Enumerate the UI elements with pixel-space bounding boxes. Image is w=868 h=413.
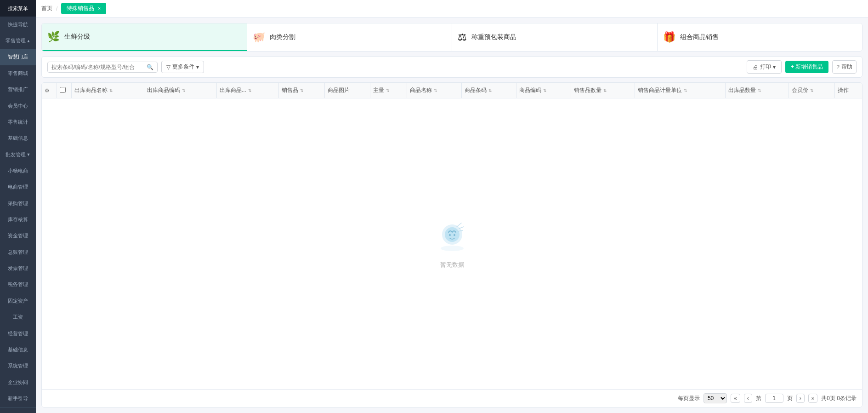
add-product-button[interactable]: + 新增销售品 [785, 61, 828, 73]
col-out-code-label: 出库商品编码 [147, 86, 180, 94]
col-out-spec: 出库商品... ⇅ [216, 83, 278, 98]
col-product-code: 商品编码 ⇅ [516, 83, 571, 98]
tab-card-fresh-grade[interactable]: 🌿 生鲜分级 [42, 23, 247, 51]
sidebar-item-stock-check[interactable]: 库存核算 [0, 212, 36, 228]
col-out-name: 出库商品名称 ⇅ [71, 83, 144, 98]
sidebar: 搜索菜单 快捷导航 零售管理 ▲ 智慧门店 零售商城 营销推广 会员中心 零售统… [0, 0, 36, 413]
sidebar-logo-text: 搜索菜单 [8, 5, 28, 12]
search-box[interactable]: 🔍 [47, 62, 158, 73]
last-page-btn[interactable]: » [808, 394, 818, 403]
svg-point-3 [449, 234, 451, 236]
meat-cut-label: 肉类分割 [270, 33, 295, 41]
sidebar-item-newbie-guide[interactable]: 新手引导 [0, 390, 36, 407]
sidebar-item-basic-info[interactable]: 基础信息 [0, 130, 36, 146]
tab-close-btn[interactable]: × [98, 6, 101, 11]
col-member-price-sort[interactable]: ⇅ [810, 88, 814, 93]
toolbar: 🔍 ▽ 更多条件 ▾ 🖨 打印 ▾ + 新增销售品 ? [41, 56, 862, 78]
sidebar-item-wholesale-mgmt[interactable]: 批发管理 ▼ [0, 147, 36, 163]
col-checkbox[interactable] [57, 83, 71, 98]
col-action-label: 操作 [838, 87, 849, 93]
sidebar-item-tax-mgmt[interactable]: 税务管理 [0, 276, 36, 293]
sidebar-item-invoice-mgmt[interactable]: 发票管理 [0, 260, 36, 276]
sidebar-item-finance-mgmt[interactable]: 资金管理 [0, 228, 36, 244]
sidebar-item-basic-info2[interactable]: 基础信息 [0, 342, 36, 358]
empty-text: 暂无数据 [440, 261, 464, 269]
sidebar-item-mini-ecom[interactable]: 小畅电商 [0, 163, 36, 179]
sidebar-item-salary[interactable]: 工资 [0, 309, 36, 325]
select-all-checkbox[interactable] [60, 87, 66, 93]
sidebar-item-retail-mgmt[interactable]: 零售管理 ▲ [0, 33, 36, 49]
tab-card-weigh-pack[interactable]: ⚖ 称重预包装商品 [452, 23, 658, 51]
col-out-name-label: 出库商品名称 [74, 86, 108, 94]
col-out-code: 出库商品编码 ⇅ [144, 83, 216, 98]
print-button[interactable]: 🖨 打印 ▾ [747, 60, 782, 74]
filter-button[interactable]: ▽ 更多条件 ▾ [161, 61, 204, 73]
sidebar-item-ops-mgmt[interactable]: 经营管理 [0, 326, 36, 342]
col-sale-item: 销售品 ⇅ [279, 83, 324, 98]
col-sale-qty-sort[interactable]: ⇅ [603, 88, 607, 93]
sidebar-item-enterprise-coop[interactable]: 企业协同 [0, 374, 36, 390]
page-suffix: 页 [787, 395, 793, 402]
help-button[interactable]: ? 帮助 [832, 60, 857, 74]
column-settings-icon[interactable]: ⚙ [45, 87, 50, 94]
col-barcode-label: 商品条码 [465, 86, 487, 94]
col-action: 操作 [834, 83, 862, 98]
col-weight-sort[interactable]: ⇅ [386, 88, 390, 93]
sidebar-gear-btn[interactable]: ⚙ [0, 407, 36, 413]
col-product-name-sort[interactable]: ⇅ [434, 88, 437, 93]
col-barcode-sort[interactable]: ⇅ [488, 88, 492, 93]
empty-state: 暂无数据 [42, 98, 862, 389]
col-product-code-sort[interactable]: ⇅ [543, 88, 547, 93]
col-sale-unit-sort[interactable]: ⇅ [684, 88, 687, 93]
sidebar-item-ecom-mgmt[interactable]: 电商管理 [0, 179, 36, 195]
help-label: 帮助 [841, 63, 852, 71]
sidebar-item-retail-stats[interactable]: 零售统计 [0, 114, 36, 130]
col-settings[interactable]: ⚙ [42, 83, 57, 98]
sidebar-item-purchase-mgmt[interactable]: 采购管理 [0, 195, 36, 212]
col-sale-qty-label: 销售品数量 [574, 86, 601, 94]
sidebar-item-fixed-assets[interactable]: 固定资产 [0, 293, 36, 309]
col-sale-item-label: 销售品 [282, 86, 298, 94]
col-out-name-sort[interactable]: ⇅ [109, 88, 113, 93]
col-out-qty-label: 出库品数量 [728, 86, 756, 94]
sidebar-item-quick-nav[interactable]: 快捷导航 [0, 17, 36, 33]
total-label: 共0页 0条记录 [821, 395, 857, 402]
page-size-select[interactable]: 20 50 100 [703, 393, 727, 403]
col-img: 商品图片 [324, 83, 370, 98]
next-page-btn[interactable]: › [796, 394, 805, 403]
sidebar-item-smart-store[interactable]: 智慧门店 [0, 49, 36, 65]
sidebar-item-system-mgmt[interactable]: 系统管理 [0, 358, 36, 374]
sidebar-item-members[interactable]: 会员中心 [0, 98, 36, 114]
content-area: 🌿 生鲜分级 🐖 肉类分割 ⚖ 称重预包装商品 🎁 组合商品销售 🔍 [36, 17, 868, 413]
active-tab[interactable]: 特殊销售品 × [61, 3, 106, 14]
search-icon: 🔍 [147, 64, 153, 70]
wholesale-arrow: ▼ [27, 152, 31, 157]
empty-icon [434, 218, 471, 255]
col-out-spec-sort[interactable]: ⇅ [248, 88, 252, 93]
search-input[interactable] [51, 64, 145, 70]
combo-sell-label: 组合商品销售 [680, 33, 719, 41]
sidebar-item-marketing[interactable]: 营销推广 [0, 81, 36, 98]
prev-page-btn[interactable]: ‹ [744, 394, 752, 403]
weigh-pack-label: 称重预包装商品 [471, 33, 516, 41]
col-sale-item-sort[interactable]: ⇅ [300, 88, 304, 93]
weigh-pack-icon: ⚖ [458, 31, 467, 43]
tab-cards: 🌿 生鲜分级 🐖 肉类分割 ⚖ 称重预包装商品 🎁 组合商品销售 [41, 23, 862, 52]
sidebar-logo[interactable]: 搜索菜单 [0, 0, 36, 17]
fresh-grade-label: 生鲜分级 [64, 33, 90, 41]
sidebar-item-general-ledger[interactable]: 总账管理 [0, 244, 36, 260]
col-sale-unit-label: 销售商品计量单位 [638, 86, 682, 94]
tab-card-meat-cut[interactable]: 🐖 肉类分割 [247, 23, 453, 51]
col-out-code-sort[interactable]: ⇅ [182, 88, 186, 93]
col-img-label: 商品图片 [328, 86, 350, 94]
retail-mgmt-arrow: ▲ [27, 39, 31, 43]
col-out-qty-sort[interactable]: ⇅ [758, 88, 761, 93]
first-page-btn[interactable]: « [731, 394, 740, 403]
sidebar-item-retail-mall[interactable]: 零售商城 [0, 65, 36, 81]
svg-point-2 [445, 227, 460, 242]
breadcrumb-home[interactable]: 首页 [41, 5, 52, 12]
page-input[interactable] [765, 394, 783, 403]
pagination-bar: 每页显示 20 50 100 « ‹ 第 页 › » 共0页 0条记录 [42, 389, 862, 407]
tab-card-combo-sell[interactable]: 🎁 组合商品销售 [658, 23, 862, 51]
add-label: + 新增销售品 [791, 63, 823, 71]
